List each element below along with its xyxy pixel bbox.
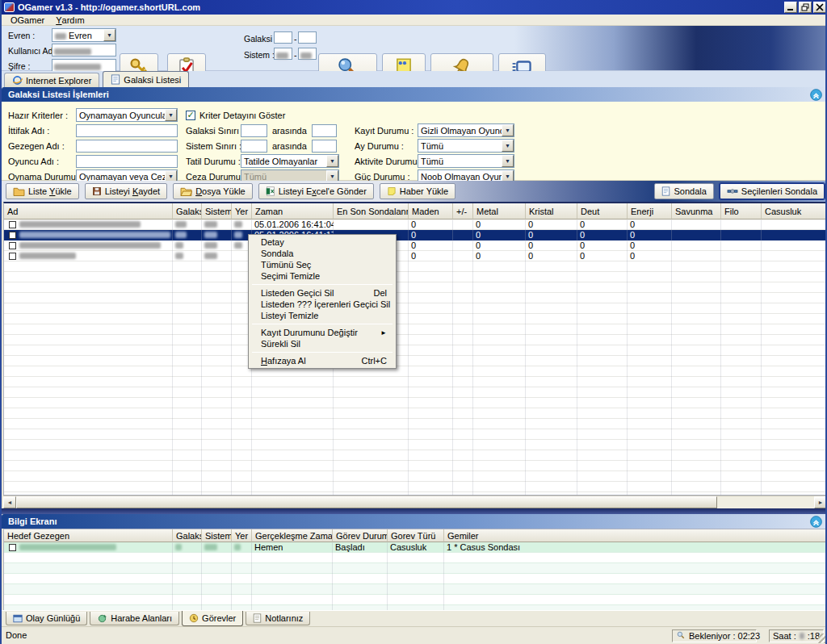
cell-yer: [232, 542, 252, 552]
ay-durumu-select[interactable]: Tümü▼: [418, 139, 514, 153]
chevron-down-icon[interactable]: ▼: [502, 124, 514, 136]
aktivite-durumu-select[interactable]: Tümü▼: [418, 154, 514, 168]
minimize-button[interactable]: [784, 2, 797, 13]
context-menu-item-0[interactable]: Detay: [250, 236, 395, 248]
context-menu-item-2[interactable]: Tümünü Seç: [250, 259, 395, 270]
column-header-en-son-sondalanma-[interactable]: En Son Sondalanma...: [334, 203, 409, 220]
kullanici-adi-field[interactable]: [52, 44, 116, 56]
tatil-durumu-select[interactable]: Tatilde Olmayanlar▼: [241, 154, 339, 168]
tab-galaksi-listesi[interactable]: Galaksi Listesi: [103, 71, 189, 87]
listeyi-kaydet-button[interactable]: Listeyi Kaydet: [85, 183, 168, 199]
secilenleri-sondala-button[interactable]: Seçilenleri Sondala: [720, 183, 825, 199]
row-checkbox[interactable]: [9, 544, 16, 551]
galaksi-to-input[interactable]: [298, 31, 317, 44]
table-row[interactable]: 00000: [4, 251, 826, 261]
column-header-sistem[interactable]: Sistem: [202, 203, 232, 220]
empty-row: [4, 314, 826, 324]
galaksi-siniri-from-input[interactable]: [241, 124, 267, 137]
mission-row[interactable]: HemenBaşladıCasusluk1 * Casus Sondası: [4, 542, 826, 553]
menu-yardım[interactable]: Yardım: [50, 15, 90, 25]
column-header-metal[interactable]: Metal: [473, 203, 526, 220]
chevron-down-icon[interactable]: ▼: [502, 155, 514, 167]
context-menu-item-7[interactable]: Listeyi Temizle: [250, 310, 395, 321]
table-row[interactable]: 05.01.2006 16:41:1700000: [4, 230, 826, 240]
gezegen-adi-input[interactable]: [76, 140, 178, 153]
column-header-gemiler[interactable]: Gemiler: [444, 529, 826, 542]
tab-olay-gunlugu[interactable]: Olay Günlüğü: [6, 612, 87, 625]
ittifak-adi-input[interactable]: [76, 124, 178, 137]
context-menu-item-1[interactable]: Sondala: [250, 248, 395, 259]
row-checkbox[interactable]: [9, 253, 16, 260]
galaksi-siniri-label: Galaksi Sınırı :: [186, 126, 241, 136]
column-header-deut[interactable]: Deut: [577, 203, 628, 220]
chevron-down-icon[interactable]: ▼: [165, 109, 177, 121]
context-menu-item-9[interactable]: Kayıt Durumunu Değiştir►: [250, 327, 395, 338]
kriter-detayini-goster-checkbox[interactable]: ✓: [186, 111, 195, 120]
table-row[interactable]: 05.01.2006 16:41:0400000: [4, 220, 826, 230]
window-title: OGamer v1.3 - http://ogamer.shortURL.com: [18, 2, 200, 12]
column-header-casusluk[interactable]: Casusluk: [762, 203, 826, 220]
menu-ogamer[interactable]: OGamer: [5, 15, 50, 25]
sistem-to-input[interactable]: [298, 48, 317, 60]
haber-yukle-button[interactable]: Haber Yükle: [380, 183, 455, 199]
scrollbar-thumb[interactable]: [16, 496, 717, 508]
close-button[interactable]: [813, 2, 826, 13]
chevron-down-icon[interactable]: ▼: [502, 140, 514, 152]
context-menu-item-5[interactable]: Listeden Geçici SilDel: [250, 287, 395, 299]
listeyi-excele-gonder-button[interactable]: Listeyi Excel'e Gönder: [258, 183, 374, 199]
column-header-galaksi[interactable]: Galaksi: [173, 203, 202, 220]
galaksi-from-input[interactable]: [274, 31, 292, 44]
horizontal-scrollbar[interactable]: ◄ ►: [3, 496, 827, 508]
column-header-yer[interactable]: Yer: [232, 203, 252, 220]
column-header-ger-ekle-me-zaman-[interactable]: Gerçekleşme Zamanı: [252, 529, 333, 542]
column-header--[interactable]: +/-: [453, 203, 473, 220]
column-header-yer[interactable]: Yer: [232, 529, 252, 542]
evren-select[interactable]: Evren ▼: [52, 28, 116, 42]
oyuncu-adi-input[interactable]: [76, 155, 178, 168]
tab-gorevler[interactable]: Görevler: [182, 611, 243, 626]
tab-notlariniz[interactable]: Notlarınız: [246, 612, 310, 625]
scroll-left-arrow-icon[interactable]: ◄: [3, 496, 16, 508]
tab-harabe-alanlari[interactable]: Harabe Alanları: [90, 612, 179, 625]
chevron-down-icon[interactable]: ▼: [326, 155, 338, 167]
row-checkbox[interactable]: [9, 232, 16, 239]
sistem-siniri-to-input[interactable]: [312, 140, 337, 153]
sifre-field[interactable]: [52, 59, 116, 72]
empty-row: [4, 450, 826, 461]
context-menu-item-10[interactable]: Sürekli Sil: [250, 338, 395, 349]
row-checkbox[interactable]: [9, 221, 16, 228]
row-checkbox[interactable]: [9, 242, 16, 249]
kayit-durumu-select[interactable]: Gizli Olmayan Oyuncular▼: [418, 123, 514, 137]
collapse-info-panel-button[interactable]: [810, 516, 822, 528]
tab-internet-explorer[interactable]: Internet Explorer: [4, 73, 99, 87]
column-header-sistem[interactable]: Sistem: [202, 529, 232, 542]
context-menu-item-6[interactable]: Listeden ??? İçerenleri Geçici Sil: [250, 299, 395, 310]
context-menu-item-3[interactable]: Seçimi Temizle: [250, 270, 395, 282]
scroll-right-arrow-icon[interactable]: ►: [814, 496, 827, 508]
column-header-galaksi[interactable]: Galaksi: [173, 529, 202, 542]
sistem-from-input[interactable]: [274, 48, 292, 60]
liste-yukle-button[interactable]: Liste Yükle: [6, 183, 79, 199]
resize-grip[interactable]: [818, 634, 827, 643]
column-header-g-rev-durumu[interactable]: Görev Durumu: [333, 529, 388, 542]
chevron-down-icon[interactable]: ▼: [103, 29, 115, 41]
sistem-siniri-from-input[interactable]: [241, 140, 267, 153]
galaksi-siniri-to-input[interactable]: [312, 124, 337, 137]
column-header-filo[interactable]: Filo: [721, 203, 762, 220]
sondala-button[interactable]: Sondala: [654, 183, 713, 199]
column-header-gorev-t-r-[interactable]: Gorev Türü: [388, 529, 444, 542]
probe-icon: [727, 186, 738, 196]
table-row[interactable]: 00000: [4, 240, 826, 251]
column-header-savunma[interactable]: Savunma: [672, 203, 721, 220]
context-menu-item-12[interactable]: Hafızaya AlCtrl+C: [250, 355, 395, 366]
collapse-panel-button[interactable]: [810, 89, 822, 101]
column-header-hedef-gezegen[interactable]: Hedef Gezegen: [4, 529, 173, 542]
hazir-kriterler-select[interactable]: Oynamayan Oyuncular▼: [76, 108, 178, 122]
column-header-kristal[interactable]: Kristal: [526, 203, 577, 220]
column-header-maden[interactable]: Maden: [409, 203, 453, 220]
column-header-ad[interactable]: Ad: [4, 203, 173, 220]
column-header-zaman[interactable]: Zaman: [252, 203, 334, 220]
column-header-enerji[interactable]: Enerji: [628, 203, 672, 220]
dosya-yukle-button[interactable]: Dosya Yükle: [173, 183, 253, 199]
restore-button[interactable]: [799, 2, 812, 13]
